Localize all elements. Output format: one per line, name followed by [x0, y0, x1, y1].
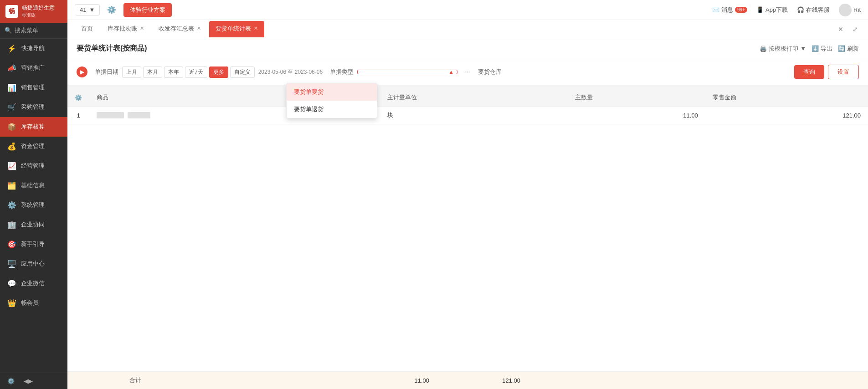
type-filter-group: 单据类型 ▲ — [330, 68, 457, 76]
message-icon: ✉️ — [712, 6, 719, 13]
nav-label: 经营管理 — [21, 162, 45, 170]
custom-date-button[interactable]: 自定义 — [230, 67, 255, 78]
tab-order-stats[interactable]: 要货单统计表 ✕ — [209, 21, 264, 37]
wechat-icon: 💬 — [7, 279, 16, 288]
online-service-label: 在线客服 — [806, 6, 830, 14]
tab-close-icon[interactable]: ✕ — [254, 26, 258, 31]
apps-icon: 🖥️ — [7, 260, 16, 268]
settings-gear-button[interactable]: ⚙️ — [105, 4, 118, 16]
export-label: 导出 — [821, 45, 832, 53]
guide-icon: 🎯 — [7, 240, 16, 249]
top-bar: 41 ▼ ⚙️ 体验行业方案 ✉️ 消息 99+ 📱 App下载 🎧 在线客服 — [67, 0, 868, 20]
quick-icon: ⚡ — [7, 44, 16, 53]
dropdown-item-order-return[interactable]: 要货单退货 — [287, 101, 377, 118]
tab-label: 库存批次账 — [108, 25, 137, 33]
sidebar-item-finance[interactable]: 💰 资金管理 — [0, 137, 67, 156]
tab-close-icon[interactable]: ✕ — [140, 26, 144, 31]
data-table: ⚙️ 商品 主计量单位 主数量 零售金额 1 — [67, 89, 868, 371]
tab-receipt-summary[interactable]: 收发存汇总表 ✕ — [152, 21, 207, 37]
print-label: 按模板打印 — [769, 45, 798, 53]
page-actions: 🖨️ 按模板打印 ▼ ⬇️ 导出 🔄 刷新 — [760, 45, 859, 53]
last-month-button[interactable]: 上月 — [122, 67, 141, 78]
app-download-action[interactable]: 📱 App下载 — [756, 6, 788, 14]
sidebar-item-guide[interactable]: 🎯 新手引导 — [0, 235, 67, 254]
query-button[interactable]: 查询 — [794, 65, 824, 79]
sidebar-item-enterprise[interactable]: 🏢 企业协同 — [0, 215, 67, 235]
print-icon: 🖨️ — [760, 45, 767, 52]
dropdown-item-order-goods[interactable]: 要货单要货 — [287, 83, 377, 101]
type-select[interactable] — [357, 70, 457, 74]
nav-label: 销售管理 — [21, 83, 45, 92]
page-title: 要货单统计表(按商品) — [77, 44, 147, 53]
row-index: 1 — [67, 107, 89, 124]
sidebar-item-member[interactable]: 👑 畅会员 — [0, 293, 67, 313]
sidebar-item-marketing[interactable]: 📣 营销推广 — [0, 58, 67, 78]
sidebar-settings-icon[interactable]: ⚙️ — [7, 378, 15, 384]
filter-settings-button[interactable]: 设置 — [828, 65, 859, 79]
close-window-button[interactable]: ✕ — [835, 24, 846, 35]
sidebar-item-wechat[interactable]: 💬 企业微信 — [0, 274, 67, 293]
home-label: 首页 — [81, 25, 93, 33]
tab-label: 要货单统计表 — [216, 25, 251, 33]
sidebar-item-system[interactable]: ⚙️ 系统管理 — [0, 195, 67, 215]
tab-home[interactable]: 首页 — [75, 21, 99, 37]
industry-button[interactable]: 体验行业方案 — [123, 3, 172, 17]
sidebar-item-apps[interactable]: 🖥️ 应用中心 — [0, 254, 67, 274]
sidebar-collapse-icon[interactable]: ◀▶ — [24, 378, 33, 384]
message-badge: 99+ — [735, 7, 747, 13]
nav-label: 基础信息 — [21, 181, 45, 189]
this-year-button[interactable]: 本年 — [164, 67, 183, 78]
this-month-button[interactable]: 本月 — [143, 67, 162, 78]
sidebar-item-purchase[interactable]: 🛒 采购管理 — [0, 97, 67, 117]
sidebar-footer: ⚙️ ◀▶ — [0, 373, 67, 389]
filter-expand-button[interactable]: ▶ — [77, 67, 87, 77]
print-action[interactable]: 🖨️ 按模板打印 ▼ — [760, 45, 806, 53]
last-7-days-button[interactable]: 近7天 — [185, 67, 207, 78]
type-select-wrapper: ▲ — [357, 70, 457, 74]
online-service-action[interactable]: 🎧 在线客服 — [797, 6, 830, 14]
sales-icon: 📊 — [7, 83, 16, 92]
page-content: 要货单统计表(按商品) 🖨️ 按模板打印 ▼ ⬇️ 导出 🔄 刷新 ▶ — [67, 38, 868, 389]
nav-label: 系统管理 — [21, 201, 45, 209]
sidebar-item-sales[interactable]: 📊 销售管理 — [0, 78, 67, 97]
filter-bar: ▶ 单据日期 上月 本月 本年 近7天 更多 自定义 2023-05-06 至 … — [67, 59, 868, 85]
nav-label: 快捷导航 — [21, 44, 45, 52]
workspace-chevron-icon: ▼ — [89, 6, 95, 13]
tab-bar: 首页 库存批次账 ✕ 收发存汇总表 ✕ 要货单统计表 ✕ ✕ ⤢ — [67, 20, 868, 38]
export-icon: ⬇️ — [812, 45, 819, 52]
nav-label: 资金管理 — [21, 142, 45, 150]
workspace-number: 41 — [80, 6, 86, 13]
column-settings-icon[interactable]: ⚙️ — [67, 89, 89, 107]
tab-label: 收发存汇总表 — [159, 25, 194, 33]
message-action[interactable]: ✉️ 消息 99+ — [712, 6, 747, 14]
more-dates-button[interactable]: 更多 — [209, 67, 228, 78]
footer-quantity: 11.00 — [382, 377, 437, 384]
tab-inventory-batch[interactable]: 库存批次账 ✕ — [101, 21, 150, 37]
sidebar-item-basic[interactable]: 🗂️ 基础信息 — [0, 176, 67, 195]
marketing-icon: 📣 — [7, 64, 16, 72]
row-amount: 121.00 — [705, 107, 868, 124]
tab-close-icon[interactable]: ✕ — [197, 26, 201, 31]
warehouse-filter-label: 要货仓库 — [478, 68, 502, 76]
export-action[interactable]: ⬇️ 导出 — [812, 45, 832, 53]
user-profile[interactable]: Rit — [839, 4, 861, 16]
sidebar-item-inventory[interactable]: 📦 库存核算 — [0, 117, 67, 137]
sidebar-search[interactable]: 🔍 搜索菜单 — [0, 23, 67, 39]
purchase-icon: 🛒 — [7, 103, 16, 112]
app-download-label: App下载 — [765, 6, 788, 14]
refresh-action[interactable]: 🔄 刷新 — [838, 45, 859, 53]
sidebar-item-quick[interactable]: ⚡ 快捷导航 — [0, 39, 67, 58]
nav-label: 企业协同 — [21, 220, 45, 229]
footer-amount: 121.00 — [473, 377, 528, 384]
sidebar-item-management[interactable]: 📈 经营管理 — [0, 156, 67, 176]
date-filter-label: 单据日期 — [95, 68, 118, 76]
maximize-window-button[interactable]: ⤢ — [850, 24, 861, 35]
app-version: 标准版 — [22, 12, 55, 18]
top-bar-right: ✉️ 消息 99+ 📱 App下载 🎧 在线客服 Rit — [712, 4, 861, 16]
refresh-label: 刷新 — [847, 45, 859, 53]
filter-more-options-icon[interactable]: ··· — [465, 68, 471, 76]
search-icon: 🔍 — [5, 27, 12, 34]
workspace-selector[interactable]: 41 ▼ — [75, 4, 100, 15]
type-select-arrow-icon: ▲ — [448, 69, 454, 75]
download-icon: 📱 — [756, 6, 764, 13]
